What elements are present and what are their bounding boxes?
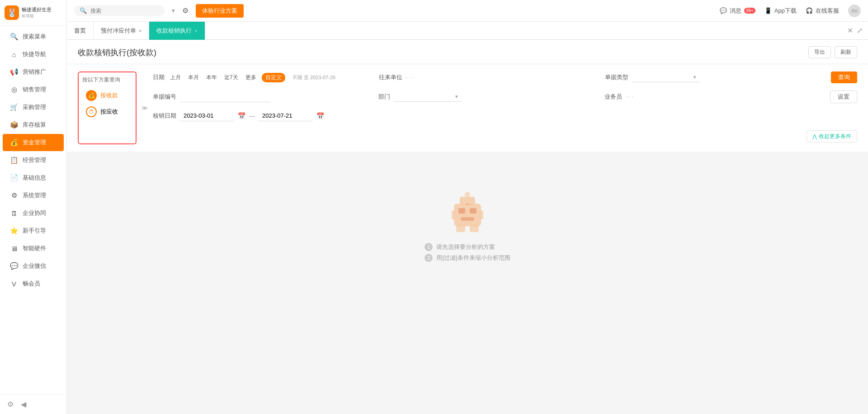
sidebar-nav: 🔍 搜索菜单 ⌂ 快捷导航 📢 营销推广 ◎ 销售管理 🛒 采购管理 📦 库存核… (0, 26, 66, 394)
nav-label: 资金管理 (23, 138, 46, 147)
date-field: 日期 上月 本月 本年 近7天 更多 自定义 不限 至 2023-07-26 (153, 73, 368, 82)
svg-rect-3 (461, 217, 474, 221)
nav-icon: 📄 (10, 174, 18, 182)
tip-text-1: 请先选择要分析的方案 (436, 243, 495, 251)
sidebar-item-搜索菜单[interactable]: 🔍 搜索菜单 (3, 28, 64, 45)
expand-more-btn[interactable]: ⋀ 收起更多条件 (807, 130, 857, 143)
date-more-btn[interactable]: 更多 (244, 73, 258, 82)
date-last-month-btn[interactable]: 上月 (168, 73, 183, 82)
filter-option-by-collection[interactable]: 💰 按收款 (82, 87, 132, 104)
tip-text-2: 用[过滤]条件来缩小分析范围 (436, 254, 510, 262)
search-input[interactable] (90, 8, 145, 14)
export-btn[interactable]: 导出 (808, 46, 831, 58)
nav-icon: ⌂ (10, 50, 18, 58)
tab-collection-close[interactable]: × (194, 28, 197, 33)
nav-label: 系统管理 (23, 191, 46, 200)
sidebar-item-企业协同[interactable]: 🗓 企业协同 (3, 205, 64, 222)
verify-date-field: 核销日期 📅 — 📅 (153, 110, 500, 121)
counterparty-field: 往来单位 ··· (379, 73, 594, 81)
nav-icon: ◎ (10, 86, 18, 94)
nav-icon: ⭐ (10, 227, 18, 235)
filter-form: 日期 上月 本月 本年 近7天 更多 自定义 不限 至 2023-07-26 (153, 71, 857, 144)
date-this-month-btn[interactable]: 本月 (186, 73, 201, 82)
calendar-end-icon[interactable]: 📅 (316, 112, 324, 119)
settings-btn[interactable]: 设置 (830, 90, 857, 103)
verify-date-start-input[interactable] (180, 110, 234, 121)
sidebar-item-营销推广[interactable]: 📢 营销推广 (3, 63, 64, 81)
sidebar-item-销售管理[interactable]: ◎ 销售管理 (3, 81, 64, 98)
sidebar-item-企业微信[interactable]: 💬 企业微信 (3, 257, 64, 275)
collapse-sidebar-icon[interactable]: ◀‍‍ (21, 400, 26, 409)
sidebar-item-系统管理[interactable]: ⚙ 系统管理 (3, 187, 64, 204)
nav-icon: 📋 (10, 156, 18, 164)
date-range-hint: 不限 至 2023-07-26 (292, 74, 335, 81)
nav-label: 采购管理 (23, 103, 46, 111)
date-7days-btn[interactable]: 近7天 (222, 73, 240, 82)
bill-type-select[interactable]: ▾ (632, 72, 700, 82)
user-avatar[interactable]: Rit (848, 5, 861, 17)
sidebar-item-快捷导航[interactable]: ⌂ 快捷导航 (3, 46, 64, 63)
tabbar-actions: ✕ ⤢ (847, 26, 868, 35)
empty-tip-1: 1 请先选择要分析的方案 (425, 243, 510, 251)
messages-group[interactable]: 💬 消息 99+ (720, 7, 755, 15)
tab-home[interactable]: 首页 (67, 22, 94, 40)
nav-label: 企业微信 (23, 262, 46, 270)
nav-label: 营销推广 (23, 68, 46, 76)
bill-type-field: 单据类型 ▾ (605, 72, 820, 82)
mobile-icon: 📱 (764, 7, 772, 14)
collapse-filter-btn[interactable]: ≫ (140, 71, 149, 144)
collection-icon: 💰 (86, 90, 97, 101)
verify-date-end-input[interactable] (259, 110, 313, 121)
nav-icon: ⚙ (10, 191, 18, 200)
filter-option-by-receivable[interactable]: ⏱ 按应收 (82, 104, 132, 120)
sidebar-item-资金管理[interactable]: 💰 资金管理 (3, 134, 64, 151)
query-btn[interactable]: 查询 (831, 71, 857, 83)
sidebar-item-库存核算[interactable]: 📦 库存核算 (3, 116, 64, 133)
settings-footer-icon[interactable]: ⚙ (7, 400, 14, 409)
nav-label: 新手引导 (23, 227, 46, 235)
gear-icon[interactable]: ⚙ (182, 6, 189, 15)
svg-rect-9 (456, 225, 465, 232)
bill-no-field: 单据编号 (153, 91, 368, 102)
sidebar-item-畅会员[interactable]: V 畅会员 (3, 275, 64, 292)
staff-dots-btn[interactable]: ··· (626, 93, 634, 101)
bill-no-input[interactable] (180, 91, 270, 102)
topbar-right: 💬 消息 99+ 📱 App下载 🎧 在线客服 Rit (720, 5, 861, 17)
app-edition: 标准版 (22, 13, 52, 19)
expand-window-icon[interactable]: ⤢ (857, 26, 863, 35)
nav-label: 智能硬件 (23, 244, 46, 252)
sidebar-item-经营管理[interactable]: 📋 经营管理 (3, 152, 64, 169)
app-download-group[interactable]: 📱 App下载 (764, 7, 797, 15)
nav-icon: 🔍 (10, 33, 18, 41)
tab-collection[interactable]: 收款核销执行 × (149, 22, 205, 40)
date-this-year-btn[interactable]: 本年 (204, 73, 219, 82)
svg-rect-0 (454, 204, 481, 226)
staff-field: 业务员 ··· (604, 93, 819, 101)
chevron-down-icon[interactable]: ▾ (172, 7, 175, 14)
sidebar-item-基础信息[interactable]: 📄 基础信息 (3, 169, 64, 186)
date-custom-btn[interactable]: 自定义 (262, 73, 285, 82)
sidebar-item-智能硬件[interactable]: 🖥 智能硬件 (3, 240, 64, 257)
online-service-group[interactable]: 🎧 在线客服 (806, 7, 839, 15)
counterparty-dots-btn[interactable]: ··· (406, 73, 415, 81)
headset-icon: 🎧 (806, 7, 813, 14)
expand-icon: ⋀ (812, 133, 817, 140)
refresh-btn[interactable]: 刷新 (835, 46, 857, 58)
tab-prepay[interactable]: 预付冲应付单 × (94, 22, 149, 40)
svg-rect-4 (452, 210, 455, 219)
tab-prepay-close[interactable]: × (139, 28, 142, 33)
search-box[interactable]: 🔍 (74, 5, 165, 16)
filter-option-receivable-label: 按应收 (100, 108, 118, 116)
calendar-start-icon[interactable]: 📅 (238, 112, 245, 119)
sidebar-item-采购管理[interactable]: 🛒 采购管理 (3, 99, 64, 116)
industry-btn[interactable]: 体验行业方案 (196, 4, 244, 18)
dept-select[interactable]: ▾ (394, 92, 462, 102)
sidebar-item-新手引导[interactable]: ⭐ 新手引导 (3, 222, 64, 239)
svg-point-8 (465, 192, 470, 197)
close-window-icon[interactable]: ✕ (847, 26, 853, 35)
nav-label: 畅会员 (23, 280, 40, 288)
filter-option-collection-label: 按收款 (100, 91, 118, 100)
page-header: 收款核销执行(按收款) 导出 刷新 (67, 40, 868, 64)
chevron-down-icon: ▾ (693, 74, 696, 80)
svg-rect-10 (470, 225, 479, 232)
